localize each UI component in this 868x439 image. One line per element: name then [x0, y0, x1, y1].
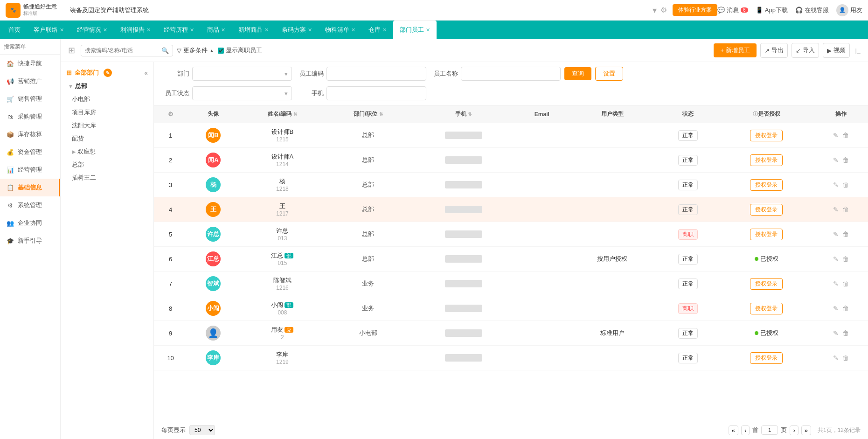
dept-headquarters[interactable]: 总部: [61, 158, 153, 171]
edit-icon[interactable]: ✎: [833, 305, 839, 312]
delete-icon[interactable]: 🗑: [842, 255, 849, 263]
dept-project-warehouse[interactable]: 项目库房: [61, 106, 153, 119]
edit-icon[interactable]: ✎: [833, 230, 839, 238]
prev-page-btn[interactable]: ‹: [741, 425, 750, 435]
filter-emp-code-input[interactable]: [326, 67, 426, 81]
sidebar-item-ops[interactable]: 📊 经营管理: [0, 161, 60, 179]
toolbar-search-icon[interactable]: 🔍: [161, 47, 169, 54]
sidebar-item-quicknav[interactable]: 🏠 快捷导航: [0, 55, 60, 72]
dept-chashuwangr[interactable]: 插树王二: [61, 171, 153, 184]
export-btn[interactable]: ↗ 导出: [760, 43, 788, 58]
table-settings-icon[interactable]: ⚙: [168, 111, 174, 118]
dept-shenyang[interactable]: 沈阳大库: [61, 119, 153, 132]
name-sort-icon[interactable]: ⇅: [293, 111, 297, 117]
delete-icon[interactable]: 🗑: [842, 354, 849, 362]
nav-customer[interactable]: 客户联络 ✕: [27, 21, 70, 39]
phone-sort-icon[interactable]: ⇅: [468, 111, 472, 117]
auth-btn[interactable]: 授权登录: [750, 154, 783, 166]
new-employee-btn[interactable]: + 新增员工: [714, 43, 756, 57]
sidebar-item-marketing[interactable]: 📢 营销推广: [0, 72, 60, 90]
next-page-btn[interactable]: ›: [790, 425, 798, 435]
sidebar-item-system[interactable]: ⚙ 系统管理: [0, 196, 60, 214]
online-service-btn[interactable]: 🎧 在线客服: [795, 6, 829, 14]
auth-btn[interactable]: 授权登录: [750, 229, 783, 240]
nav-history[interactable]: 经营历程 ✕: [157, 21, 201, 39]
auth-btn[interactable]: 授权登录: [750, 130, 783, 141]
auth-btn[interactable]: 授权登录: [750, 278, 783, 290]
show-resigned-input[interactable]: [218, 48, 224, 54]
nav-profit[interactable]: 利润报告 ✕: [114, 21, 157, 39]
edit-icon[interactable]: ✎: [833, 206, 839, 213]
nav-bom[interactable]: 物料清单 ✕: [319, 21, 362, 39]
delete-icon[interactable]: 🗑: [842, 132, 849, 139]
user-btn[interactable]: 👤 用友: [836, 4, 862, 16]
try-btn[interactable]: 体验行业方案: [673, 4, 717, 16]
filter-dept-select[interactable]: ▾: [192, 67, 292, 81]
nav-close-add-goods[interactable]: ✕: [264, 27, 269, 33]
dept-small-electronics[interactable]: 小电部: [61, 93, 153, 106]
nav-close-barcode[interactable]: ✕: [308, 27, 312, 33]
page-size-select[interactable]: 10 20 50 100: [189, 425, 215, 435]
sidebar-item-inventory[interactable]: 📦 库存核算: [0, 125, 60, 143]
view-btn[interactable]: ▶ 视频: [823, 43, 850, 58]
filter-emp-name-input[interactable]: [461, 67, 561, 81]
nav-close-customer[interactable]: ✕: [60, 27, 64, 33]
edit-icon[interactable]: ✎: [833, 329, 839, 337]
edit-icon[interactable]: ✎: [833, 181, 839, 188]
sidebar-item-finance[interactable]: 💰 资金管理: [0, 143, 60, 161]
auth-btn[interactable]: 授权登录: [750, 303, 783, 314]
first-page-btn[interactable]: «: [729, 425, 738, 435]
dept-delivery[interactable]: 配货: [61, 132, 153, 145]
edit-icon[interactable]: ✎: [833, 280, 839, 287]
nav-close-bom[interactable]: ✕: [351, 27, 355, 33]
nav-goods[interactable]: 商品 ✕: [201, 21, 232, 39]
sidebar-item-purchase[interactable]: 🛍 采购管理: [0, 108, 60, 125]
dept-general-group[interactable]: ▼ 总部: [61, 80, 153, 93]
print-btn[interactable]: |⎯: [854, 45, 862, 56]
sidebar-item-sales[interactable]: 🛒 销售管理: [0, 90, 60, 108]
sidebar-item-collab[interactable]: 👥 企业协同: [0, 214, 60, 232]
nav-close-history[interactable]: ✕: [190, 27, 194, 33]
more-filter-btn[interactable]: ▽ 更多条件 ▲: [177, 46, 214, 55]
delete-icon[interactable]: 🗑: [842, 280, 849, 287]
dept-double[interactable]: ▶ 双座想: [61, 145, 153, 158]
last-page-btn[interactable]: »: [801, 425, 811, 435]
nav-close-goods[interactable]: ✕: [221, 27, 225, 33]
nav-add-goods[interactable]: 新增商品 ✕: [232, 21, 275, 39]
nav-employees[interactable]: 部门员工 ✕: [393, 21, 437, 39]
filter-phone-input[interactable]: [326, 86, 426, 100]
auth-btn[interactable]: 授权登录: [750, 179, 783, 191]
edit-icon[interactable]: ✎: [833, 156, 839, 164]
page-input[interactable]: [761, 425, 778, 435]
sidebar-item-basic[interactable]: 📋 基础信息: [0, 179, 60, 196]
collapse-tree-btn[interactable]: «: [144, 69, 148, 77]
filter-emp-status-select[interactable]: ▾: [192, 86, 292, 100]
nav-close-operation[interactable]: ✕: [103, 27, 107, 33]
nav-close-profit[interactable]: ✕: [146, 27, 151, 33]
nav-warehouse[interactable]: 仓库 ✕: [362, 21, 393, 39]
delete-icon[interactable]: 🗑: [842, 206, 849, 213]
system-dropdown-icon[interactable]: ▾: [653, 5, 657, 15]
auth-btn[interactable]: 授权登录: [750, 352, 783, 364]
auth-btn[interactable]: 授权登录: [750, 204, 783, 216]
message-btn[interactable]: 💬 消息 6: [717, 6, 748, 14]
nav-operation[interactable]: 经营情况 ✕: [70, 21, 114, 39]
show-resigned-checkbox[interactable]: 显示离职员工: [218, 46, 262, 55]
nav-close-employees[interactable]: ✕: [426, 27, 430, 33]
nav-barcode[interactable]: 条码方案 ✕: [275, 21, 319, 39]
import-btn[interactable]: ↙ 导入: [792, 43, 819, 58]
sidebar-search-input[interactable]: [4, 43, 61, 50]
delete-icon[interactable]: 🗑: [842, 181, 849, 188]
nav-home[interactable]: 首页: [2, 21, 27, 39]
all-dept-header[interactable]: ⊞ 全部部门 ✎ «: [61, 66, 153, 80]
settings-icon[interactable]: ⚙: [660, 6, 667, 14]
delete-icon[interactable]: 🗑: [842, 156, 849, 164]
reset-btn[interactable]: 设置: [595, 67, 623, 81]
edit-icon[interactable]: ✎: [833, 255, 839, 263]
edit-icon[interactable]: ✎: [833, 132, 839, 139]
delete-icon[interactable]: 🗑: [842, 329, 849, 337]
edit-icon[interactable]: ✎: [833, 354, 839, 362]
delete-icon[interactable]: 🗑: [842, 305, 849, 312]
sidebar-item-guide[interactable]: 🎓 新手引导: [0, 232, 60, 250]
dept-sort-icon[interactable]: ⇅: [379, 111, 383, 117]
